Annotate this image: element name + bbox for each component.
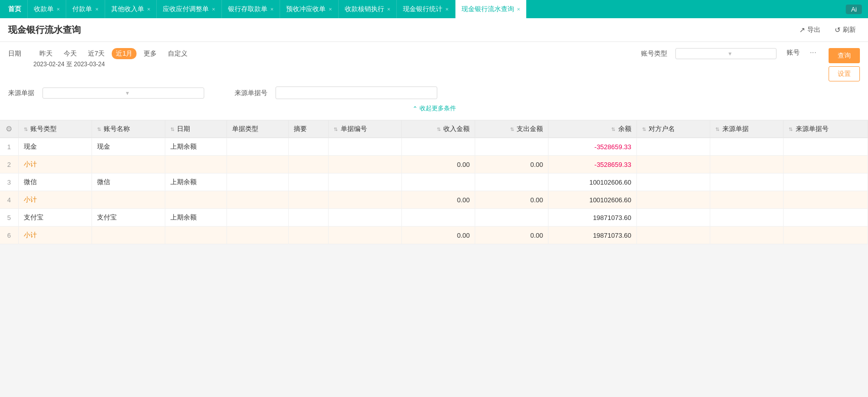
sort-icon: ⇅ [170,126,174,132]
row-number: 5 [0,209,18,227]
main-table: ⚙ ⇅ 账号类型 ⇅ 账号名称 ⇅ 日期 单据类型 摘要 [0,120,868,244]
page-title: 现金银行流水查询 [8,24,81,36]
cell-expense: 0.00 [475,227,549,244]
filter-area: 日期 昨天 今天 近7天 近1月 更多 自定义 2023-02-24 至 202… [0,42,868,120]
col-account-name[interactable]: ⇅ 账号名称 [92,120,165,138]
date-today[interactable]: 今天 [60,48,81,59]
account-type-select[interactable]: ▾ [675,48,776,59]
cell-counterparty [636,191,710,209]
chevron-down-icon: ▾ [126,90,201,97]
nav-tab-5[interactable]: 预收冲应收单 × [280,0,338,18]
nav-tab-0[interactable]: 收款单 × [28,0,66,18]
cell-summary [289,191,329,209]
table-container: ⚙ ⇅ 账号类型 ⇅ 账号名称 ⇅ 日期 单据类型 摘要 [0,120,868,244]
table-row: 2小计0.000.00-3528659.33 [0,156,868,173]
date-1month[interactable]: 近1月 [112,48,136,59]
table-row: 3微信微信上期余额100102606.60 [0,173,868,191]
cell-source-doc-no [784,173,868,191]
cell-source-doc-no [784,156,868,173]
export-icon: ↗ [799,26,805,34]
col-gear[interactable]: ⚙ [0,120,18,138]
cell-doc-no [329,227,402,244]
col-source-doc[interactable]: ⇅ 来源单据 [710,120,783,138]
nav-tab-2[interactable]: 其他收入单 × [105,0,157,18]
close-icon[interactable]: × [57,6,60,12]
nav-tab-7[interactable]: 现金银行统计 × [397,0,455,18]
col-summary[interactable]: 摘要 [289,120,329,138]
gear-icon[interactable]: ⚙ [6,124,12,134]
cell-date [165,227,226,244]
cell-income [402,173,475,191]
cell-account-name [92,156,165,173]
cell-expense [475,138,549,156]
col-date[interactable]: ⇅ 日期 [165,120,226,138]
sort-icon: ⇅ [715,126,719,132]
settings-button[interactable]: 设置 [829,66,860,81]
col-expense[interactable]: ⇅ 支出金额 [475,120,549,138]
date-yesterday[interactable]: 昨天 [35,48,57,59]
nav-tab-1[interactable]: 付款单 × [66,0,105,18]
chevron-down-icon: ▾ [728,50,773,57]
close-icon[interactable]: × [329,6,332,12]
close-icon[interactable]: × [270,6,273,12]
nav-tab-3[interactable]: 应收应付调整单 × [157,0,221,18]
date-7days[interactable]: 近7天 [84,48,109,59]
cell-account-name: 支付宝 [92,209,165,227]
account-dots-button[interactable]: ··· [808,48,818,57]
cell-expense [475,173,549,191]
close-icon[interactable]: × [95,6,98,12]
ai-button[interactable]: Ai [846,5,862,14]
date-more[interactable]: 更多 [140,48,161,59]
sort-icon: ⇅ [334,126,338,132]
nav-tab-6[interactable]: 收款核销执行 × [339,0,397,18]
col-doc-type[interactable]: 单据类型 [227,120,289,138]
refresh-button[interactable]: ↺ 刷新 [831,23,860,36]
close-icon[interactable]: × [387,6,390,12]
col-income[interactable]: ⇅ 收入金额 [402,120,475,138]
source-doc-no-input[interactable] [276,86,437,99]
sort-icon: ⇅ [611,126,615,132]
cell-source-doc [710,209,783,227]
query-button[interactable]: 查询 [829,48,860,63]
cell-balance: -3528659.33 [549,138,636,156]
cell-counterparty [636,173,710,191]
close-icon[interactable]: × [212,6,215,12]
cell-summary [289,173,329,191]
table-row: 4小计0.000.00100102606.60 [0,191,868,209]
cell-doc-type [227,191,289,209]
cell-source-doc [710,173,783,191]
row-number: 6 [0,227,18,244]
col-account-type[interactable]: ⇅ 账号类型 [18,120,92,138]
date-label: 日期 [8,49,28,58]
collapse-button[interactable]: ⌃ 收起更多条件 [413,104,456,113]
sort-icon: ⇅ [437,126,441,132]
cell-income [402,209,475,227]
col-counterparty[interactable]: ⇅ 对方户名 [636,120,710,138]
cell-expense [475,209,549,227]
cell-counterparty [636,209,710,227]
nav-home[interactable]: 首页 [2,0,28,18]
cell-summary [289,156,329,173]
close-icon[interactable]: × [517,6,520,12]
cell-date [165,191,226,209]
collapse-row: ⌃ 收起更多条件 [8,102,860,116]
page-header: 现金银行流水查询 ↗ 导出 ↺ 刷新 [0,18,868,42]
export-button[interactable]: ↗ 导出 [795,23,825,36]
close-icon[interactable]: × [445,6,448,12]
col-doc-no[interactable]: ⇅ 单据编号 [329,120,402,138]
cell-counterparty [636,138,710,156]
cell-expense: 0.00 [475,191,549,209]
nav-tab-8[interactable]: 现金银行流水查询 × [455,0,526,18]
cell-income: 0.00 [402,227,475,244]
cell-source-doc [710,138,783,156]
date-custom[interactable]: 自定义 [164,48,192,59]
col-balance[interactable]: ⇅ 余额 [549,120,636,138]
source-doc-select[interactable]: ▾ [42,87,204,99]
nav-tab-4[interactable]: 银行存取款单 × [222,0,280,18]
table-row: 5支付宝支付宝上期余额19871073.60 [0,209,868,227]
close-icon[interactable]: × [147,6,150,12]
cell-account-name: 微信 [92,173,165,191]
cell-account-type: 小计 [18,227,92,244]
cell-source-doc-no [784,191,868,209]
col-source-doc-no[interactable]: ⇅ 来源单据号 [784,120,868,138]
